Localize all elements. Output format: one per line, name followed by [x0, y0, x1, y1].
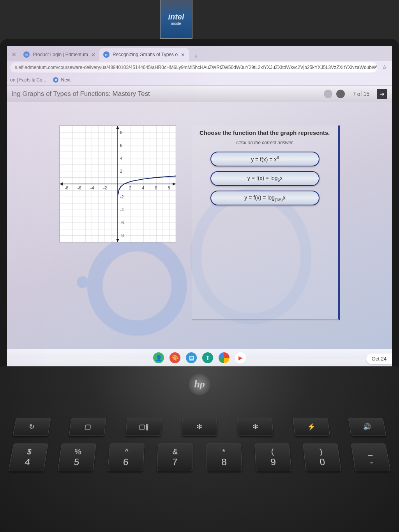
answer-option-3[interactable]: y = f(x) = log(1/6)x	[210, 191, 320, 205]
nav-prev-button[interactable]	[324, 90, 332, 98]
bookmark-facts[interactable]: on | Facts & Co...	[10, 77, 46, 83]
shelf-apps: 👤 🎨 ▤ ⬆ ▶	[153, 352, 246, 363]
svg-marker-46	[116, 126, 119, 129]
tab-product-login[interactable]: e Product Login | Edmentum ✕	[19, 48, 99, 61]
tab-label: Recognizing Graphs of Types o	[113, 52, 178, 57]
svg-text:2: 2	[120, 169, 122, 173]
close-icon[interactable]: ✕	[91, 52, 95, 58]
svg-text:-8: -8	[120, 233, 124, 238]
question-prompt: Choose the function that the graph repre…	[200, 129, 330, 136]
svg-text:-4: -4	[120, 207, 124, 212]
edmentum-favicon-icon: e	[23, 51, 30, 58]
number-key: &7	[157, 444, 193, 471]
function-key: 🔊	[348, 418, 387, 436]
option-label: y = f(x) = log(1/6)x	[244, 194, 285, 202]
chrome-icon[interactable]	[219, 352, 230, 363]
function-key: ↻	[12, 418, 51, 436]
svg-point-3	[77, 276, 88, 288]
function-key: ▢‖	[125, 418, 162, 436]
edmentum-favicon-icon: e	[53, 77, 58, 83]
browser-tab-strip: ✕ e Product Login | Edmentum ✕ e Recogni…	[7, 46, 392, 61]
number-key: ^6	[107, 444, 144, 471]
svg-text:-4: -4	[90, 186, 94, 190]
bookmark-star-icon[interactable]: ☆	[380, 64, 389, 71]
number-key: %5	[58, 444, 96, 471]
number-key: )0	[303, 444, 341, 471]
svg-text:6: 6	[155, 186, 157, 190]
bookmark-label: on | Facts & Co...	[10, 77, 46, 83]
function-key: ✻	[182, 418, 217, 436]
keyboard: ↻▢▢‖✻✻⚡🔊 $4%5^6&7*8(9)0_-	[8, 417, 391, 472]
svg-text:8: 8	[168, 186, 170, 190]
exit-button[interactable]: ➜	[377, 89, 387, 99]
app-icon[interactable]: 👤	[153, 352, 164, 363]
svg-text:-6: -6	[78, 186, 81, 190]
svg-point-1	[95, 244, 179, 328]
intel-badge: intel inside	[160, 0, 192, 39]
app-icon[interactable]: ⬆	[202, 352, 213, 363]
laptop-body: hp ↻▢▢‖✻✻⚡🔊 $4%5^6&7*8(9)0_-	[0, 366, 399, 532]
nav-next-button[interactable]	[336, 90, 345, 98]
svg-text:-2: -2	[120, 194, 124, 199]
prev-tab-close-icon[interactable]: ✕	[9, 48, 19, 61]
svg-marker-45	[60, 182, 63, 186]
laptop-screen: ✕ e Product Login | Edmentum ✕ e Recogni…	[0, 39, 399, 366]
svg-text:2: 2	[129, 186, 131, 190]
shelf-date[interactable]: Oct 24	[366, 353, 392, 364]
number-key: _-	[351, 444, 391, 471]
tab-label: Product Login | Edmentum	[33, 52, 88, 57]
bookmarks-bar: on | Facts & Co... e Next	[7, 74, 392, 86]
number-key: *8	[206, 444, 242, 471]
answer-panel: Choose the function that the graph repre…	[192, 125, 340, 320]
svg-marker-44	[173, 182, 176, 186]
app-icon[interactable]: 🎨	[169, 352, 180, 363]
hp-logo: hp	[189, 373, 210, 395]
svg-text:4: 4	[142, 186, 144, 190]
svg-text:4: 4	[120, 156, 122, 161]
url-field[interactable]: s.elf.edmentum.com/courseware-delivery/u…	[10, 62, 377, 72]
url-text: s.elf.edmentum.com/courseware-delivery/u…	[15, 65, 377, 70]
bookmark-label: Next	[61, 77, 71, 83]
address-bar: s.elf.edmentum.com/courseware-delivery/u…	[7, 61, 392, 74]
edmentum-favicon-icon: e	[103, 51, 109, 58]
close-icon[interactable]: ✕	[181, 52, 185, 58]
svg-marker-47	[116, 239, 119, 242]
answer-option-2[interactable]: y = f(x) = log6x	[210, 171, 320, 186]
svg-text:8: 8	[120, 130, 122, 135]
page-progress: 7 of 15	[353, 91, 369, 97]
function-key: ✻	[237, 418, 274, 436]
question-instruction: Click on the correct answer.	[200, 140, 330, 145]
option-label: y = f(x) = x6	[251, 156, 279, 163]
svg-text:-2: -2	[103, 186, 107, 190]
new-tab-button[interactable]: +	[191, 51, 201, 61]
assessment-title: ing Graphs of Types of Functions: Master…	[12, 90, 320, 98]
number-key: (9	[254, 444, 291, 471]
function-key: ▢	[69, 418, 106, 436]
app-icon[interactable]: ▤	[186, 352, 197, 363]
assessment-header: ing Graphs of Types of Functions: Master…	[7, 86, 392, 102]
bookmark-next[interactable]: e Next	[53, 77, 71, 83]
answer-option-1[interactable]: y = f(x) = x6	[210, 152, 320, 166]
svg-text:-8: -8	[65, 186, 69, 190]
function-graph: -8-6-4-22468-8-6-4-22468	[59, 125, 176, 242]
svg-text:-6: -6	[120, 220, 124, 225]
intel-brand: intel	[168, 12, 184, 21]
chromeos-shelf: 👤 🎨 ▤ ⬆ ▶ Oct 24	[7, 349, 392, 366]
tab-recognizing-graphs[interactable]: e Recognizing Graphs of Types o ✕	[99, 48, 189, 61]
play-icon[interactable]: ▶	[235, 352, 246, 363]
svg-text:6: 6	[120, 143, 122, 148]
assessment-content: -8-6-4-22468-8-6-4-22468 Choose the func…	[7, 102, 392, 359]
intel-sub: inside	[171, 21, 181, 26]
function-key: ⚡	[293, 418, 330, 436]
number-key: $4	[8, 444, 48, 471]
option-label: y = f(x) = log6x	[247, 175, 282, 182]
